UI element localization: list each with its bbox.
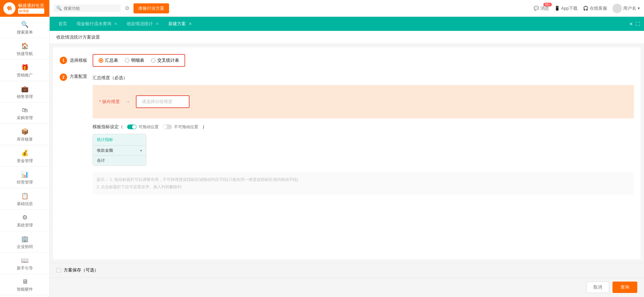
notification-icon: 💬 (534, 6, 539, 11)
support-label: 在线客服 (590, 5, 607, 11)
sidebar-item-system[interactable]: ⚙ 系统管理 (0, 210, 49, 231)
chevron-down-icon: ▾ (638, 6, 640, 11)
sidebar-logo: 畅 畅捷通好生意 标准版 (0, 0, 49, 17)
tab-bank-flow[interactable]: 现金银行流水查询 ✕ (72, 18, 122, 30)
home-icon: 🏠 (21, 42, 29, 50)
sidebar-nav: 🔍 搜索菜单 🏠 快捷导航 🎁 营销推广 💼 销售管理 🛍 采购管理 📦 库存核… (0, 17, 49, 297)
toggle-draggable-dot[interactable] (127, 125, 137, 129)
arrow-icon: → (125, 99, 130, 105)
radio-summary[interactable]: 汇总表 (99, 57, 118, 63)
sidebar-item-basic-info[interactable]: 📋 基础信息 (0, 188, 49, 210)
guide-icon: 📖 (21, 257, 29, 264)
step2-number: 2 (60, 73, 67, 81)
user-avatar[interactable]: 用户名 ▾ (612, 4, 640, 13)
enterprise-icon: 🏢 (21, 235, 29, 243)
indicator-name: 收款金额 (97, 148, 113, 153)
radio-detail-circle (125, 58, 129, 63)
indicator-table: 统计指标 收款金额 ▾ 合计 (93, 134, 146, 166)
header-right: 💬 消息 99+ 📱 App下载 🎧 在线客服 用户名 ▾ (534, 4, 640, 13)
indicator-subtotal: 合计 (93, 156, 146, 165)
tab-collection-stats-label: 收款情况统计 (127, 21, 153, 27)
close-icon[interactable]: ✕ (156, 21, 159, 26)
step2-label: 方案配置 (70, 73, 87, 80)
step2-content: 汇总维度（必选） * 纵向维度 → 请选择分组维度 模板指标设定（ 可拖动位置 (93, 75, 634, 195)
sidebar-item-enterprise[interactable]: 🏢 企业协同 (0, 231, 49, 253)
search-menu-icon: 🔍 (21, 21, 29, 28)
search-icon: 🔍 (56, 6, 62, 11)
sidebar-item-guide[interactable]: 📖 新手引导 (0, 253, 49, 274)
tips-line1: 提示： 1. 拖动标题栏可以调整布局，不可跨维度或指标区域拖动列目字段(只能在同… (97, 176, 630, 184)
window-close-icon[interactable]: ✕ (629, 21, 633, 27)
tab-collection-stats[interactable]: 收款情况统计 ✕ (122, 18, 164, 30)
gift-icon: 🎁 (21, 64, 29, 71)
basic-info-icon: 📋 (21, 192, 29, 200)
sidebar-item-sales[interactable]: 💼 销售管理 (0, 81, 49, 103)
cancel-button[interactable]: 取消 (586, 282, 609, 293)
toggle-non-draggable-dot[interactable] (163, 125, 172, 129)
sidebar-item-quick-nav[interactable]: 🏠 快捷导航 (0, 38, 49, 60)
main-area: 🔍 ⚙ 体验行业方案 💬 消息 99+ 📱 App下载 🎧 在线客服 用户名 (50, 0, 644, 297)
sidebar-item-label: 企业协同 (17, 244, 33, 250)
tips-section: 提示： 1. 拖动标题栏可以调整布局，不可跨维度或指标区域拖动列目字段(只能在同… (93, 172, 634, 195)
download-label: App下载 (561, 5, 578, 11)
radio-cross[interactable]: 交叉统计表 (151, 57, 179, 63)
notification-item[interactable]: 💬 消息 99+ (534, 5, 549, 11)
sidebar-item-search-menu[interactable]: 🔍 搜索菜单 (0, 17, 49, 38)
summary-dimension-title: 汇总维度（必选） (93, 75, 634, 81)
sidebar-item-marketing[interactable]: 🎁 营销推广 (0, 60, 49, 81)
tab-bar: 首页 现金银行流水查询 ✕ 收款情况统计 ✕ 新建方案 ✕ ✕ ⛶ (50, 17, 644, 31)
tab-new-plan[interactable]: 新建方案 ✕ (164, 18, 197, 30)
save-checkbox[interactable] (56, 268, 61, 273)
close-icon[interactable]: ✕ (114, 21, 117, 26)
content-area: 收款情况统计方案设置 1 选择模板 汇总表 明细表 (50, 31, 644, 297)
close-icon[interactable]: ✕ (189, 21, 192, 26)
close-paren: ） (202, 124, 207, 130)
form-section: 1 选择模板 汇总表 明细表 交叉统计表 (53, 47, 641, 259)
save-label: 方案保存（可选） (64, 267, 99, 273)
sidebar-item-finance[interactable]: 💰 资金管理 (0, 145, 49, 167)
tab-home-label: 首页 (58, 21, 67, 27)
toggle-non-draggable[interactable]: 不可拖动位置 (163, 124, 198, 130)
step2-row: 2 方案配置 汇总维度（必选） * 纵向维度 → 请选择分组维度 模板指标设定（ (60, 73, 634, 195)
window-expand-icon[interactable]: ⛶ (636, 21, 640, 27)
sidebar-item-wechat[interactable]: 💬 企业微信 (0, 295, 49, 297)
sidebar-item-label: 经营管理 (17, 180, 33, 185)
support-item[interactable]: 🎧 在线客服 (583, 5, 607, 11)
header-search-box[interactable]: 🔍 (54, 4, 121, 12)
template-radio-group: 汇总表 明细表 交叉统计表 (93, 54, 185, 67)
gear-icon[interactable]: ⚙ (125, 5, 129, 11)
finance-icon: 💰 (21, 149, 29, 157)
radio-summary-label: 汇总表 (105, 57, 118, 63)
sidebar-item-label: 采购管理 (17, 115, 33, 121)
sidebar: 畅 畅捷通好生意 标准版 🔍 搜索菜单 🏠 快捷导航 🎁 营销推广 💼 销售管理… (0, 0, 50, 297)
radio-detail-label: 明细表 (131, 57, 144, 63)
toggle-draggable[interactable]: 可拖动位置 (127, 124, 159, 130)
indicator-cell-head: 收款金额 ▾ (93, 146, 146, 156)
support-icon: 🎧 (583, 6, 588, 11)
sidebar-item-label: 资金管理 (17, 158, 33, 164)
page-title: 收款情况统计方案设置 (50, 31, 644, 44)
sidebar-item-label: 新手引导 (17, 265, 33, 271)
inventory-icon: 📦 (21, 128, 29, 135)
sidebar-item-label: 系统管理 (17, 222, 33, 228)
download-item[interactable]: 📱 App下载 (554, 5, 578, 11)
sidebar-item-inventory[interactable]: 📦 库存核算 (0, 124, 49, 145)
tab-home[interactable]: 首页 (54, 18, 72, 30)
header: 🔍 ⚙ 体验行业方案 💬 消息 99+ 📱 App下载 🎧 在线客服 用户名 (50, 0, 644, 17)
try-industry-button[interactable]: 体验行业方案 (133, 3, 169, 13)
search-input[interactable] (64, 6, 111, 11)
sidebar-item-label: 销售管理 (17, 94, 33, 100)
purchase-icon: 🛍 (22, 107, 28, 114)
sidebar-item-purchase[interactable]: 🛍 采购管理 (0, 103, 49, 124)
radio-detail[interactable]: 明细表 (125, 57, 144, 63)
sidebar-item-operations[interactable]: 📊 经营管理 (0, 167, 49, 188)
query-button[interactable]: 查询 (612, 282, 637, 293)
indicator-table-header: 统计指标 (93, 134, 146, 146)
dimension-select[interactable]: 请选择分组维度 (136, 95, 190, 108)
sidebar-item-label: 快捷导航 (17, 51, 33, 57)
tab-new-plan-label: 新建方案 (168, 21, 186, 27)
indicator-dropdown-icon[interactable]: ▾ (140, 149, 142, 152)
sidebar-item-hardware[interactable]: 🖥 智能硬件 (0, 274, 49, 295)
save-option-bar: 方案保存（可选） (50, 263, 644, 277)
step1-label: 选择模板 (70, 57, 87, 63)
